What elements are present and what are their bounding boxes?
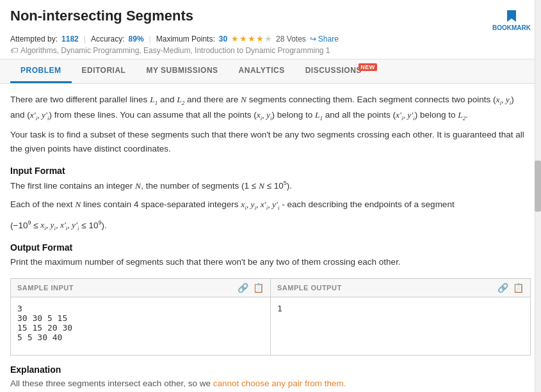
tab-editorial[interactable]: EDITORIAL bbox=[72, 59, 136, 83]
attempted-value: 1182 bbox=[61, 35, 79, 43]
tab-my-submissions-label: MY SUBMISSIONS bbox=[146, 66, 218, 75]
tags-row: 🏷 Algorithms, Dynamic Programming, Easy-… bbox=[10, 46, 531, 55]
scrollbar-thumb[interactable] bbox=[535, 161, 541, 212]
math-L1-2: L1 bbox=[315, 110, 323, 120]
math-xi-prime-2: x′i, y′i bbox=[396, 110, 415, 120]
tab-discussions-label: DISCUSSIONS bbox=[305, 66, 362, 75]
sample-output-link-icon[interactable]: 🔗 bbox=[497, 283, 509, 293]
tags-text: Algorithms, Dynamic Programming, Easy-Me… bbox=[20, 46, 330, 55]
math-vars: xi, yi, x′i, y′i bbox=[241, 200, 279, 209]
meta-row: Attempted by: 1182 | Accuracy: 89% | Max… bbox=[10, 34, 531, 43]
sample-input-body: 3 30 30 5 15 15 15 20 30 5 5 30 40 bbox=[11, 297, 270, 355]
star-3: ★ bbox=[248, 34, 255, 43]
star-5: ★ bbox=[264, 34, 272, 43]
math-L2-2: L2 bbox=[458, 110, 465, 120]
explanation-text: All these three segments intersect each … bbox=[10, 377, 531, 390]
math-N-next: N bbox=[75, 200, 81, 209]
accuracy-label: Accuracy: bbox=[91, 35, 125, 43]
math-L1: L1 bbox=[150, 95, 157, 104]
new-badge: NEW bbox=[359, 63, 377, 71]
output-format-title: Output Format bbox=[10, 242, 531, 253]
star-4: ★ bbox=[256, 34, 264, 43]
tab-problem[interactable]: PROBLEM bbox=[10, 59, 72, 83]
accuracy-value: 89% bbox=[129, 35, 144, 43]
share-label: Share bbox=[318, 35, 339, 43]
sample-output-body: 1 bbox=[271, 297, 530, 355]
input-line-3: (−109 ≤ xi, yi, x′i, y′i ≤ 109). bbox=[10, 218, 531, 233]
sample-input-label: SAMPLE INPUT bbox=[17, 284, 74, 292]
sample-tables: SAMPLE INPUT 🔗 📋 3 30 30 5 15 15 15 20 3… bbox=[10, 278, 531, 356]
sample-output-label: SAMPLE OUTPUT bbox=[277, 284, 342, 292]
input-line-1: The first line contains an integer N, th… bbox=[10, 178, 531, 193]
tab-my-submissions[interactable]: MY SUBMISSIONS bbox=[136, 59, 228, 83]
sample-input-link-icon[interactable]: 🔗 bbox=[238, 283, 249, 293]
math-N-1: N bbox=[241, 95, 246, 104]
problem-paragraph-1: There are two different parallel lines L… bbox=[10, 93, 531, 123]
sample-input-icons: 🔗 📋 bbox=[238, 283, 264, 293]
scrollbar-track bbox=[535, 0, 541, 392]
attempted-label: Attempted by: bbox=[10, 35, 58, 43]
votes-count: 28 Votes bbox=[276, 35, 306, 43]
math-constraint: xi, yi, x′i, y′i bbox=[40, 220, 79, 230]
star-2: ★ bbox=[239, 34, 247, 43]
max-points-label: Maximum Points: bbox=[156, 35, 215, 43]
tab-editorial-label: EDITORIAL bbox=[82, 66, 126, 75]
math-N-ineq: N bbox=[259, 180, 264, 190]
sample-output-copy-icon[interactable]: 📋 bbox=[513, 283, 524, 293]
tab-discussions[interactable]: DISCUSSIONS NEW bbox=[295, 59, 376, 83]
content-area: There are two different parallel lines L… bbox=[0, 84, 541, 392]
divider-1: | bbox=[84, 35, 86, 43]
nav-tabs: PROBLEM EDITORIAL MY SUBMISSIONS ANALYTI… bbox=[0, 59, 541, 84]
max-points-value: 30 bbox=[219, 35, 227, 43]
math-L2: L2 bbox=[177, 95, 184, 104]
output-format-text: Print the maximum number of segments suc… bbox=[10, 255, 531, 269]
explanation-title: Explanation bbox=[10, 365, 531, 375]
math-xi-prime: x′i, y′i bbox=[30, 110, 49, 120]
math-xi-2: xi, yi bbox=[257, 110, 272, 120]
star-rating: ★ ★ ★ ★ ★ bbox=[231, 34, 272, 43]
bookmark-button[interactable]: BOOKMARK bbox=[492, 9, 531, 31]
share-button[interactable]: ↪ Share bbox=[310, 35, 339, 43]
bookmark-icon bbox=[506, 9, 517, 23]
tag-icon: 🏷 bbox=[10, 46, 18, 55]
header-area: Non-intersecting Segments BOOKMARK Attem… bbox=[0, 0, 541, 59]
sample-output-icons: 🔗 📋 bbox=[497, 283, 524, 293]
tab-analytics[interactable]: ANALYTICS bbox=[229, 59, 295, 83]
input-format-title: Input Format bbox=[10, 166, 531, 176]
page-container: Non-intersecting Segments BOOKMARK Attem… bbox=[0, 0, 541, 392]
divider-2: | bbox=[149, 35, 151, 43]
page-title: Non-intersecting Segments bbox=[10, 8, 193, 24]
math-N-input: N bbox=[135, 180, 141, 190]
explanation-orange: cannot choose any pair from them. bbox=[213, 379, 346, 388]
sample-input-header: SAMPLE INPUT 🔗 📋 bbox=[11, 279, 270, 297]
input-line-2: Each of the next N lines contain 4 space… bbox=[10, 198, 531, 213]
sample-input-col: SAMPLE INPUT 🔗 📋 3 30 30 5 15 15 15 20 3… bbox=[11, 279, 271, 355]
share-arrow-icon: ↪ bbox=[310, 35, 316, 43]
sample-output-header: SAMPLE OUTPUT 🔗 📋 bbox=[271, 279, 530, 297]
math-xi: xi, yi bbox=[496, 95, 511, 104]
tab-problem-label: PROBLEM bbox=[20, 66, 61, 75]
title-row: Non-intersecting Segments BOOKMARK bbox=[10, 8, 531, 31]
problem-paragraph-2: Your task is to find a subset of these s… bbox=[10, 128, 531, 157]
bookmark-label: BOOKMARK bbox=[492, 24, 531, 31]
tab-analytics-label: ANALYTICS bbox=[239, 66, 285, 75]
sample-input-copy-icon[interactable]: 📋 bbox=[253, 283, 264, 293]
sample-output-col: SAMPLE OUTPUT 🔗 📋 1 bbox=[271, 279, 530, 355]
star-1: ★ bbox=[231, 34, 239, 43]
